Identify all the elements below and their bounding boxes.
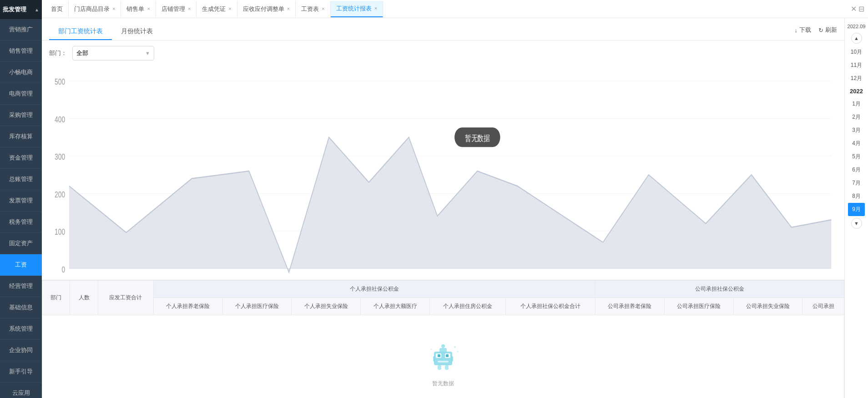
- tab-工资统计报表[interactable]: 工资统计报表×: [331, 1, 383, 17]
- sub-tab-bar: 部门工资统计表月份统计表 ↓ 下载 ↻ 刷新: [42, 18, 844, 40]
- timeline-item-1月[interactable]: 1月: [848, 97, 865, 111]
- timeline-item-6月[interactable]: 6月: [848, 163, 865, 176]
- sidebar-item-税务管理[interactable]: 税务管理: [0, 212, 42, 233]
- sub-tabs: 部门工资统计表月份统计表: [49, 24, 162, 40]
- col-sub-header-9: 公司承担: [802, 298, 844, 315]
- col-sub-header-0: 个人承担养老保险: [153, 298, 222, 315]
- sidebar-item-云应用[interactable]: 云应用: [0, 383, 42, 398]
- tab-bar-close-icon[interactable]: ✕: [851, 5, 857, 13]
- refresh-label: 刷新: [825, 26, 837, 34]
- tab-close-门店商品目录[interactable]: ×: [112, 6, 115, 11]
- col-sub-header-3: 个人承担大额医疗: [361, 298, 430, 315]
- timeline-item-9月[interactable]: 9月: [848, 203, 865, 216]
- download-label: 下载: [799, 26, 811, 34]
- tab-close-销售单[interactable]: ×: [147, 6, 150, 11]
- timeline-item-11月[interactable]: 11月: [848, 59, 865, 72]
- col-header-count: 人数: [70, 281, 98, 315]
- tab-bar-restore-icon[interactable]: ⊟: [858, 5, 864, 13]
- sidebar-item-库存核算[interactable]: 库存核算: [0, 126, 42, 147]
- page-content: 部门工资统计表月份统计表 ↓ 下载 ↻ 刷新 部门： 全部 ▼: [42, 18, 844, 398]
- col-group-company: 公司承担社保公积金: [595, 281, 844, 298]
- timeline-item-3月[interactable]: 3月: [848, 124, 865, 137]
- refresh-icon: ↻: [818, 27, 823, 34]
- sub-tab-0[interactable]: 部门工资统计表: [49, 24, 112, 40]
- main-area: 首页门店商品目录×销售单×店铺管理×生成凭证×应收应付调整单×工资表×工资统计报…: [42, 0, 868, 398]
- timeline-item-8月[interactable]: 8月: [848, 190, 865, 203]
- svg-point-25: [441, 344, 445, 348]
- svg-text:100: 100: [55, 227, 65, 236]
- sidebar: 批发管理 ▲ 营销推广销售管理小畅电商电商管理采购管理库存核算资金管理总账管理发…: [0, 0, 42, 398]
- sub-tab-actions: ↓ 下载 ↻ 刷新: [795, 26, 838, 38]
- tab-首页[interactable]: 首页: [45, 1, 69, 17]
- tab-店铺管理[interactable]: 店铺管理×: [156, 1, 197, 17]
- timeline-item-12月[interactable]: 12月: [848, 72, 865, 85]
- svg-rect-23: [445, 365, 449, 370]
- content-area: 部门工资统计表月份统计表 ↓ 下载 ↻ 刷新 部门： 全部 ▼: [42, 18, 868, 398]
- sidebar-item-总账管理[interactable]: 总账管理: [0, 169, 42, 190]
- filter-label: 部门：: [49, 49, 67, 57]
- department-select[interactable]: 全部 ▼: [72, 46, 154, 60]
- sidebar-item-销售管理[interactable]: 销售管理: [0, 40, 42, 62]
- timeline-item-4月[interactable]: 4月: [848, 137, 865, 150]
- timeline-down-nav[interactable]: ▼: [851, 218, 862, 229]
- timeline-item-2月[interactable]: 2月: [848, 111, 865, 124]
- sub-tab-1[interactable]: 月份统计表: [112, 24, 162, 40]
- tab-close-工资表[interactable]: ×: [322, 6, 324, 11]
- tab-应收应付调整单[interactable]: 应收应付调整单×: [237, 1, 296, 17]
- download-icon: ↓: [795, 27, 798, 34]
- empty-icon: [425, 338, 461, 374]
- filter-bar: 部门： 全部 ▼: [42, 40, 844, 66]
- sidebar-collapse-icon: ▲: [35, 7, 39, 12]
- sidebar-item-营销推广[interactable]: 营销推广: [0, 19, 42, 40]
- svg-text:500: 500: [55, 77, 65, 86]
- refresh-button[interactable]: ↻ 刷新: [818, 26, 837, 34]
- timeline-panel: 2022.09 ▲ 10月11月12月20221月2月3月4月5月6月7月8月9…: [844, 18, 868, 398]
- sidebar-item-资金管理[interactable]: 资金管理: [0, 147, 42, 169]
- timeline-item-5月[interactable]: 5月: [848, 150, 865, 163]
- col-sub-header-5: 个人承担社保公积金合计: [505, 298, 595, 315]
- sidebar-item-新手引导[interactable]: 新手引导: [0, 361, 42, 383]
- chart-svg: 0 100 200 300 400 500: [49, 66, 837, 276]
- sidebar-item-系统管理[interactable]: 系统管理: [0, 318, 42, 340]
- col-sub-header-1: 个人承担医疗保险: [222, 298, 292, 315]
- tab-工资表[interactable]: 工资表×: [296, 1, 330, 17]
- department-select-value: 全部: [76, 49, 88, 57]
- timeline-up-nav[interactable]: ▲: [851, 33, 862, 44]
- sidebar-item-工资[interactable]: 工资: [0, 254, 42, 276]
- empty-state: 暂无数据: [48, 320, 838, 398]
- sidebar-item-基础信息[interactable]: 基础信息: [0, 297, 42, 318]
- tab-close-店铺管理[interactable]: ×: [188, 6, 191, 11]
- tab-bar-controls: ✕ ⊟: [851, 5, 864, 13]
- timeline-year-label: 2022.09: [847, 22, 867, 31]
- col-sub-header-6: 公司承担养老保险: [595, 298, 664, 315]
- sidebar-item-经营管理[interactable]: 经营管理: [0, 276, 42, 297]
- chart-container: 0 100 200 300 400 500: [42, 66, 844, 280]
- svg-text:200: 200: [55, 190, 65, 199]
- svg-point-27: [457, 351, 459, 353]
- tab-生成凭证[interactable]: 生成凭证×: [197, 1, 237, 17]
- sidebar-item-采购管理[interactable]: 采购管理: [0, 105, 42, 126]
- svg-text:300: 300: [55, 152, 65, 161]
- sidebar-item-小畅电商[interactable]: 小畅电商: [0, 62, 42, 83]
- download-button[interactable]: ↓ 下载: [795, 26, 812, 34]
- data-table: 部门 人数 应发工资合计 个人承担社保公积金 公司承担社保公积金 个人承担养老保…: [42, 280, 844, 398]
- tab-close-工资统计报表[interactable]: ×: [374, 6, 377, 11]
- svg-rect-21: [451, 356, 453, 362]
- tab-close-生成凭证[interactable]: ×: [228, 6, 231, 11]
- sidebar-item-电商管理[interactable]: 电商管理: [0, 83, 42, 105]
- timeline-item-2022[interactable]: 2022: [848, 85, 865, 97]
- svg-text:0: 0: [61, 265, 65, 274]
- sidebar-item-固定资产[interactable]: 固定资产: [0, 233, 42, 254]
- timeline-item-10月[interactable]: 10月: [848, 45, 865, 59]
- svg-rect-19: [438, 361, 449, 363]
- timeline-item-7月[interactable]: 7月: [848, 176, 865, 190]
- table-area: 部门 人数 应发工资合计 个人承担社保公积金 公司承担社保公积金 个人承担养老保…: [42, 280, 844, 398]
- sidebar-header[interactable]: 批发管理 ▲: [0, 0, 42, 19]
- tab-销售单[interactable]: 销售单×: [121, 1, 156, 17]
- tab-门店商品目录[interactable]: 门店商品目录×: [69, 1, 121, 17]
- tab-bar: 首页门店商品目录×销售单×店铺管理×生成凭证×应收应付调整单×工资表×工资统计报…: [42, 0, 868, 18]
- col-sub-header-2: 个人承担失业保险: [292, 298, 361, 315]
- sidebar-item-企业协同[interactable]: 企业协同: [0, 340, 42, 361]
- tab-close-应收应付调整单[interactable]: ×: [287, 6, 290, 11]
- sidebar-item-发票管理[interactable]: 发票管理: [0, 190, 42, 212]
